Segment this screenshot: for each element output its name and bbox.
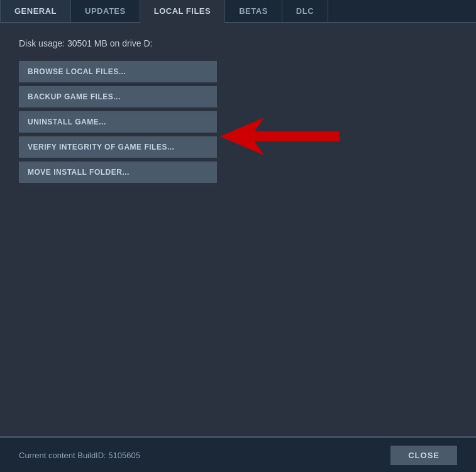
action-buttons-area: BROWSE LOCAL FILES... BACKUP GAME FILES.… [19,61,457,183]
main-content: Disk usage: 30501 MB on drive D: BROWSE … [0,23,476,436]
backup-game-files-button[interactable]: BACKUP GAME FILES... [19,86,217,107]
tab-bar: GENERAL UPDATES LOCAL FILES BETAS DLC [0,0,476,23]
steam-properties-window: GENERAL UPDATES LOCAL FILES BETAS DLC Di… [0,0,476,472]
tab-dlc[interactable]: DLC [282,0,328,22]
browse-local-files-button[interactable]: BROWSE LOCAL FILES... [19,61,217,82]
tab-local-files[interactable]: LOCAL FILES [140,0,225,23]
tab-betas[interactable]: BETAS [225,0,282,22]
svg-marker-0 [220,118,340,155]
build-id-label: Current content BuildID: 5105605 [19,451,140,460]
uninstall-game-button[interactable]: UNINSTALL GAME... [19,111,217,133]
tab-general[interactable]: GENERAL [0,0,71,22]
disk-usage-label: Disk usage: 30501 MB on drive D: [19,38,457,48]
verify-integrity-button[interactable]: VERIFY INTEGRITY OF GAME FILES... [19,136,217,158]
tab-updates[interactable]: UPDATES [71,0,140,22]
close-button[interactable]: CLOSE [390,446,457,465]
arrow-annotation [214,111,352,162]
move-install-folder-button[interactable]: MOVE INSTALL FOLDER... [19,162,217,183]
bottom-bar: Current content BuildID: 5105605 CLOSE [0,437,476,472]
